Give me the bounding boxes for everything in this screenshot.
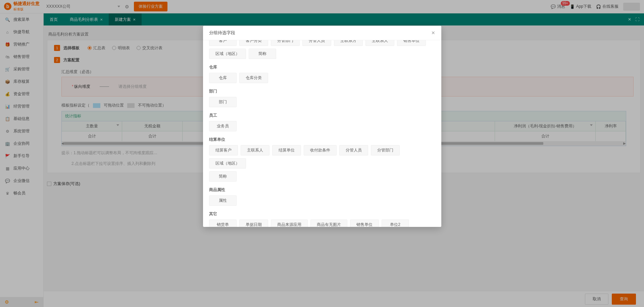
field-tag[interactable]: 分管部门 (271, 40, 300, 46)
modal-title: 分组待选字段 (209, 30, 235, 36)
tag-row: 简称 (209, 171, 435, 182)
modal-body: 客户客户分类分管部门分管人员主联系方主联系人销售单位区域（地区）简称仓库仓库仓库… (203, 40, 441, 227)
field-tag[interactable]: 客户 (209, 40, 237, 46)
tag-row: 结算客户主联系人结算单位收付款条件分管人员分管部门区域（地区） (209, 145, 435, 169)
group-title: 员工 (209, 113, 435, 118)
field-tag[interactable]: 结算单位 (272, 145, 301, 156)
tag-row: 属性 (209, 195, 435, 206)
field-tag[interactable]: 分管部门 (371, 145, 400, 156)
group-title: 商品属性 (209, 187, 435, 193)
field-tag[interactable]: 单据日期 (239, 220, 268, 227)
field-tag[interactable]: 简称 (249, 49, 276, 59)
field-tag[interactable]: 主联系方 (334, 40, 363, 46)
field-tag[interactable]: 区域（地区） (209, 49, 246, 59)
tag-row: 仓库仓库分类 (209, 73, 435, 83)
tag-row: 客户客户分类分管部门分管人员主联系方主联系人销售单位 (209, 40, 435, 46)
field-tag[interactable]: 销售单位 (350, 220, 379, 227)
field-tag[interactable]: 属性 (209, 195, 237, 206)
field-tag[interactable]: 结算客户 (209, 145, 238, 156)
modal-header: 分组待选字段 ✕ (203, 26, 441, 40)
field-tag[interactable]: 仓库 (209, 73, 237, 83)
field-tag[interactable]: 销货单 (209, 220, 237, 227)
field-tag[interactable]: 分管人员 (302, 40, 331, 46)
field-tag[interactable]: 区域（地区） (209, 158, 246, 169)
tag-row: 区域（地区）简称 (209, 49, 435, 59)
field-tag[interactable]: 仓库分类 (239, 73, 268, 83)
field-tag[interactable]: 业务员 (209, 121, 237, 131)
field-tag[interactable]: 分管人员 (339, 145, 368, 156)
tag-row: 部门 (209, 97, 435, 107)
field-tag[interactable]: 单位2 (382, 220, 409, 227)
group-title: 仓库 (209, 64, 435, 70)
field-tag[interactable]: 销售单位 (397, 40, 426, 46)
group-title: 结算单位 (209, 137, 435, 142)
modal-mask[interactable]: 分组待选字段 ✕ 客户客户分类分管部门分管人员主联系方主联系人销售单位区域（地区… (0, 0, 644, 307)
field-tag[interactable]: 客户分类 (239, 40, 268, 46)
field-tag[interactable]: 商品有无图片 (310, 220, 347, 227)
group-title: 部门 (209, 88, 435, 94)
field-tag[interactable]: 商品来源应用 (271, 220, 308, 227)
modal-close-icon[interactable]: ✕ (431, 30, 435, 36)
tag-row: 销货单单据日期商品来源应用商品有无图片销售单位单位2主计量 (209, 220, 435, 227)
field-tag[interactable]: 主联系人 (241, 145, 269, 156)
group-field-modal: 分组待选字段 ✕ 客户客户分类分管部门分管人员主联系方主联系人销售单位区域（地区… (203, 26, 441, 227)
group-title: 其它 (209, 211, 435, 217)
field-tag[interactable]: 主联系人 (365, 40, 394, 46)
field-tag[interactable]: 简称 (209, 171, 237, 182)
tag-row: 业务员 (209, 121, 435, 131)
field-tag[interactable]: 部门 (209, 97, 237, 107)
field-tag[interactable]: 收付款条件 (304, 145, 337, 156)
